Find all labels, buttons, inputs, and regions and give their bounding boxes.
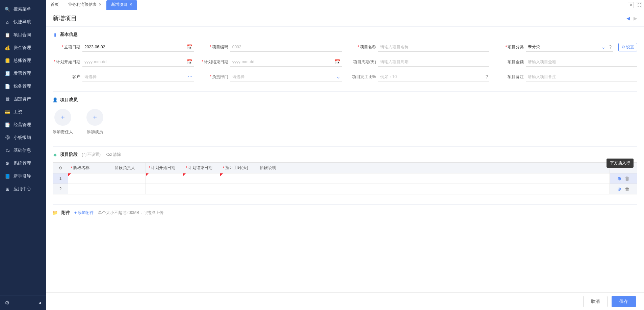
sidebar-label: 固定资产 [14,96,31,102]
add-owner-button[interactable]: + [54,109,71,126]
plan-end-input[interactable] [230,57,342,67]
sidebar-item-fund[interactable]: 💰资金管理 [0,41,46,54]
sidebar-item-basicinfo[interactable]: 🗂基础信息 [0,144,46,157]
expand-icon[interactable]: ⛶ [636,2,642,8]
phase-start-cell[interactable] [146,184,183,194]
add-member-label: 添加成员 [87,129,103,135]
customer-select[interactable] [82,72,194,81]
sidebar-label: 应用中心 [14,186,31,192]
clipboard-icon: 📋 [5,32,10,38]
amount-input[interactable] [526,57,637,67]
phase-start-cell[interactable] [146,173,183,184]
insert-row-icon[interactable]: ⊕ [617,186,621,192]
insert-row-icon[interactable]: ⊕ [617,176,621,181]
tab-profit-report[interactable]: 业务利润预估表✕ [63,0,106,10]
label-customer: 客户 [53,74,80,80]
phase-owner-cell[interactable] [112,173,146,184]
section-optional: (可不设置) [82,152,101,158]
period-input[interactable] [378,57,490,67]
dept-select[interactable] [230,72,342,81]
phase-desc-cell[interactable] [257,184,610,194]
nav-next-icon[interactable]: ▶ [634,16,637,21]
add-owner-label: 添加责任人 [53,129,73,135]
close-icon[interactable]: ✕ [129,2,132,7]
col-phase-hours: *预计工时(天) [220,163,257,173]
row-index: 1 [53,173,68,184]
ledger-icon: 📒 [5,58,10,63]
sidebar-item-guide[interactable]: 📘新手引导 [0,170,46,183]
help-icon[interactable]: ? [609,44,612,50]
sidebar-item-tax[interactable]: 📄税务管理 [0,80,46,93]
sidebar-item-apps[interactable]: ⊞应用中心 [0,183,46,195]
calendar-icon[interactable]: 📅 [187,44,192,50]
more-icon[interactable]: ⋯ [188,74,192,79]
col-phase-end: *计划结束日期 [183,163,220,173]
close-icon[interactable]: ✕ [99,2,102,7]
sidebar-label: 资金管理 [14,45,31,51]
sidebar-item-salary[interactable]: 💳工资 [0,105,46,118]
add-attachment-button[interactable]: + 添加附件 [74,210,94,216]
help-icon[interactable]: ? [485,74,488,79]
sidebar-label: 搜索菜单 [14,6,31,12]
phase-section-icon: ◆ [53,152,57,157]
delete-row-icon[interactable]: 🗑 [625,186,629,192]
close-all-icon[interactable]: ✕ [628,2,634,8]
col-phase-owner: 阶段负责人 [112,163,146,173]
sidebar-item-system[interactable]: ⚙系统管理 [0,157,46,170]
collapse-icon[interactable]: ◂ [38,300,41,306]
save-button[interactable]: 保存 [612,296,636,307]
sidebar-item-assets[interactable]: 🏛固定资产 [0,93,46,105]
sidebar-label: 基础信息 [14,147,31,153]
tab-home[interactable]: 首页 [46,0,63,10]
remark-input[interactable] [526,72,637,81]
sidebar-item-ledger[interactable]: 📒总账管理 [0,54,46,67]
phase-owner-cell[interactable] [112,184,146,194]
calendar-icon[interactable]: 📅 [335,59,340,65]
establish-date-input[interactable] [82,42,194,52]
phase-name-cell[interactable] [68,184,112,194]
chevron-down-icon[interactable]: ⌄ [601,44,606,50]
phase-hours-cell[interactable] [220,173,257,184]
col-phase-name: *阶段名称 [68,163,112,173]
settings-icon[interactable]: ⚙ [5,300,9,306]
add-member-button[interactable]: + [86,109,103,126]
chevron-down-icon[interactable]: ⌄ [336,74,340,79]
cancel-button[interactable]: 取消 [583,296,608,307]
sidebar-item-business[interactable]: 📑经营管理 [0,118,46,131]
category-select[interactable] [526,42,613,52]
nav-prev-icon[interactable]: ◀ [626,16,630,21]
info-section-icon: ▮ [53,32,57,37]
phase-config-button[interactable]: ⚙ [53,163,68,173]
label-establish-date: *立项日期 [53,44,80,50]
sidebar-item-project-contract[interactable]: 📋项目合同 [0,28,46,41]
sidebar-item-search[interactable]: 🔍搜索菜单 [0,3,46,16]
phase-hours-cell[interactable] [220,184,257,194]
plan-start-input[interactable] [82,57,194,67]
phase-end-cell[interactable] [183,184,220,194]
sidebar-item-reimburse[interactable]: Ⓖ小畅报销 [0,131,46,144]
phase-name-cell[interactable] [68,173,112,184]
settings-button[interactable]: ⚙设置 [618,43,637,51]
clear-phases-button[interactable]: ⌫清除 [106,152,121,158]
sidebar-item-quicknav[interactable]: ⌂快捷导航 [0,16,46,28]
sidebar-item-invoice[interactable]: 🧾发票管理 [0,67,46,80]
tab-label: 首页 [51,2,59,7]
sidebar-label: 系统管理 [14,160,31,166]
gear-icon: ⚙ [5,161,10,166]
complete-pct-input[interactable] [378,72,490,81]
sidebar-label: 税务管理 [14,83,31,89]
tab-new-project[interactable]: 新增项目✕ [106,0,137,10]
code-input[interactable] [230,42,342,52]
sidebar-label: 发票管理 [14,70,31,76]
col-phase-start: *计划开始日期 [146,163,183,173]
document-icon: 📄 [5,84,10,89]
name-input[interactable] [378,42,490,52]
sidebar-label: 快捷导航 [14,19,31,25]
phase-desc-cell[interactable] [257,173,610,184]
row-actions: ⊕ 🗑 [610,184,637,194]
delete-row-icon[interactable]: 🗑 [625,176,629,181]
home-icon: ⌂ [5,19,10,25]
phase-end-cell[interactable] [183,173,220,184]
row-index: 2 [53,184,68,194]
calendar-icon[interactable]: 📅 [187,59,192,65]
